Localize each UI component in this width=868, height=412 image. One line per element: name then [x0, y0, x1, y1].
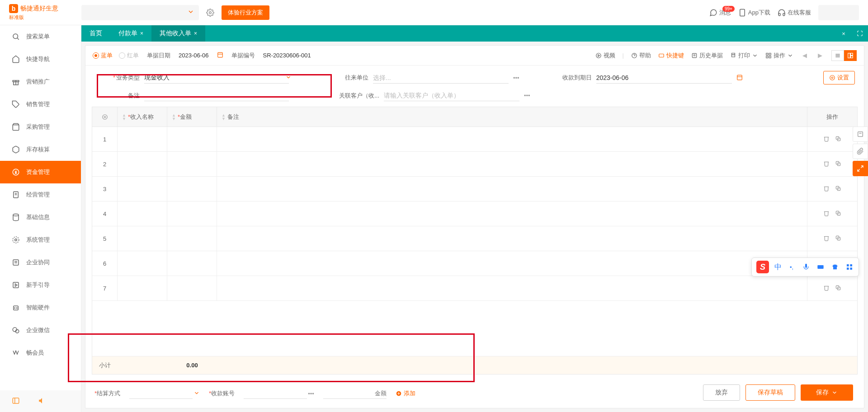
table-row[interactable]: 3	[92, 177, 857, 201]
sidebar-item-base[interactable]: 基础信息	[0, 206, 81, 229]
company-selector[interactable]	[81, 5, 199, 20]
sidebar-item-marketing[interactable]: 营销推广	[0, 70, 81, 93]
sidebar-item-hardware[interactable]: 智能硬件	[0, 296, 81, 319]
copy-row-icon[interactable]	[835, 285, 841, 292]
chevron-down-icon[interactable]	[285, 74, 292, 82]
due-input[interactable]	[596, 72, 732, 84]
table-row[interactable]: 4	[92, 201, 857, 226]
cell-remark[interactable]	[217, 251, 807, 276]
ime-skin-icon[interactable]	[830, 262, 840, 272]
cell-amount[interactable]	[167, 251, 217, 276]
cell-remark[interactable]	[217, 276, 807, 300]
cell-remark[interactable]	[217, 201, 807, 226]
add-settlement-button[interactable]: 添加	[396, 389, 415, 398]
settings-gear-button[interactable]	[203, 5, 218, 20]
copy-row-icon[interactable]	[835, 210, 841, 218]
more-icon[interactable]: •••	[513, 75, 519, 81]
sound-icon[interactable]	[38, 397, 46, 406]
help-link[interactable]: 帮助	[631, 52, 651, 60]
copy-row-icon[interactable]	[835, 160, 841, 168]
table-row[interactable]: 1	[92, 127, 857, 152]
copy-row-icon[interactable]	[835, 235, 841, 243]
history-link[interactable]: 历史单据	[691, 52, 723, 60]
delete-row-icon[interactable]	[823, 235, 830, 243]
cell-amount[interactable]	[167, 152, 217, 176]
user-avatar-box[interactable]	[818, 5, 859, 20]
sidebar-item-wecom[interactable]: 企业微信	[0, 319, 81, 342]
table-row[interactable]: 5	[92, 226, 857, 251]
table-row[interactable]: 7	[92, 276, 857, 301]
cell-amount[interactable]	[167, 226, 217, 251]
cell-amount[interactable]	[167, 177, 217, 201]
sidebar-item-sales[interactable]: 销售管理	[0, 93, 81, 116]
delete-row-icon[interactable]	[823, 160, 830, 168]
calendar-icon[interactable]	[736, 74, 743, 82]
ime-keyboard-icon[interactable]	[816, 262, 825, 272]
chevron-down-icon[interactable]	[193, 390, 200, 398]
tab-fullscreen-button[interactable]	[852, 25, 868, 42]
cell-amount[interactable]	[167, 276, 217, 300]
rel-cust-input[interactable]	[384, 90, 519, 101]
radio-red[interactable]: 红单	[119, 52, 139, 60]
delete-row-icon[interactable]	[823, 185, 830, 193]
biz-type-input[interactable]	[144, 72, 289, 84]
tab-close-all-button[interactable]: ×	[835, 25, 852, 42]
app-download-link[interactable]: App下载	[738, 9, 770, 17]
ime-toolbox-icon[interactable]	[845, 262, 854, 272]
cell-remark[interactable]	[217, 177, 807, 201]
delete-row-icon[interactable]	[823, 136, 830, 143]
form-settings-button[interactable]: 设置	[823, 71, 855, 84]
cell-income-name[interactable]	[118, 276, 167, 300]
rail-expand-button[interactable]	[853, 161, 868, 176]
sidebar-item-finance[interactable]: 资金管理	[0, 161, 81, 183]
close-icon[interactable]: ×	[194, 30, 197, 37]
sidebar-item-member[interactable]: 畅会员	[0, 342, 81, 364]
cell-income-name[interactable]	[118, 201, 167, 226]
save-button[interactable]: 保存	[801, 384, 853, 401]
table-row[interactable]: 2	[92, 152, 857, 177]
sidebar-item-inventory[interactable]: 库存核算	[0, 138, 81, 161]
view-list-button[interactable]	[831, 50, 844, 61]
sidebar-item-collab[interactable]: 企业协同	[0, 251, 81, 274]
online-service-link[interactable]: 在线客服	[778, 9, 811, 17]
col-income-name[interactable]: ▲▼*收入名称	[118, 107, 167, 126]
sidebar-item-purchase[interactable]: 采购管理	[0, 116, 81, 138]
ops-link[interactable]: 操作	[765, 52, 793, 60]
copy-row-icon[interactable]	[835, 185, 841, 193]
experience-button[interactable]: 体验行业方案	[222, 5, 269, 20]
video-link[interactable]: 视频	[595, 52, 615, 60]
settle-acct-input[interactable]	[244, 388, 307, 399]
hotkey-link[interactable]: 快捷键	[658, 52, 684, 60]
col-amount[interactable]: ▲▼*金额	[167, 107, 217, 126]
prev-doc-button[interactable]: ◀	[801, 52, 809, 59]
cell-income-name[interactable]	[118, 152, 167, 176]
delete-row-icon[interactable]	[823, 285, 830, 292]
ime-punct-icon[interactable]: •,	[787, 262, 796, 272]
collapse-icon[interactable]	[12, 397, 20, 406]
cell-income-name[interactable]	[118, 127, 167, 151]
table-row[interactable]: 6	[92, 251, 857, 276]
print-link[interactable]: 打印	[730, 52, 758, 60]
ime-mic-icon[interactable]	[802, 262, 811, 272]
discard-button[interactable]: 放弃	[703, 384, 740, 401]
more-icon[interactable]: •••	[524, 92, 530, 99]
ime-lang-indicator[interactable]: 中	[774, 262, 782, 272]
calendar-icon[interactable]	[217, 52, 223, 59]
sidebar-item-guide[interactable]: 新手引导	[0, 274, 81, 296]
sidebar-item-quicknav[interactable]: 快捷导航	[0, 48, 81, 70]
rail-note-button[interactable]	[853, 126, 868, 142]
delete-row-icon[interactable]	[823, 210, 830, 218]
table-settings-button[interactable]	[92, 107, 118, 126]
cell-income-name[interactable]	[118, 226, 167, 251]
view-form-button[interactable]	[844, 50, 857, 61]
cell-remark[interactable]	[217, 152, 807, 176]
tab-payment[interactable]: 付款单×	[110, 25, 151, 42]
remark-input[interactable]	[144, 90, 289, 101]
cell-income-name[interactable]	[118, 177, 167, 201]
messages-link[interactable]: 消息 99+	[709, 9, 731, 17]
settle-amount-input[interactable]	[323, 388, 387, 399]
tab-home[interactable]: 首页	[81, 25, 110, 42]
cell-income-name[interactable]	[118, 251, 167, 276]
sidebar-item-system[interactable]: 系统管理	[0, 229, 81, 251]
cell-remark[interactable]	[217, 127, 807, 151]
